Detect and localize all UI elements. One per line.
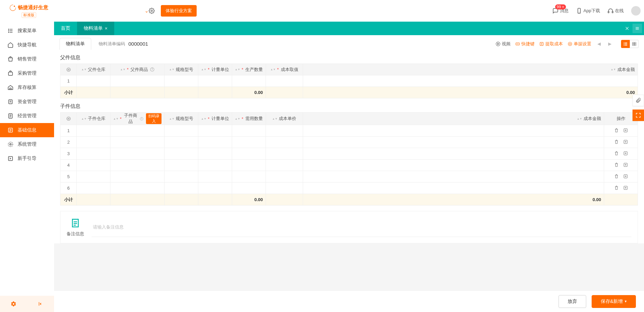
add-row-icon[interactable]: [623, 185, 628, 190]
child-row[interactable]: 1: [60, 125, 638, 137]
parent-col-unit[interactable]: ▲▼*计量单位: [198, 64, 232, 75]
fullscreen-button[interactable]: [633, 110, 644, 121]
app-download-label: App下载: [584, 8, 600, 14]
sidebar-item-system[interactable]: 系统管理: [0, 137, 54, 151]
parent-col-product[interactable]: ▲▼*父件商品: [110, 64, 165, 75]
org-settings-icon[interactable]: [149, 8, 155, 14]
info-icon: [140, 117, 144, 121]
sort-icon: ▲▼: [577, 118, 582, 120]
svg-point-60: [142, 118, 142, 118]
sidebar-item-purchase[interactable]: 采购管理: [0, 66, 54, 80]
tabbar-menu-icon[interactable]: [633, 24, 642, 33]
child-row[interactable]: 6: [60, 183, 638, 194]
delete-row-icon[interactable]: [614, 174, 619, 179]
guide-icon: [7, 155, 14, 162]
delete-row-icon[interactable]: [614, 162, 619, 167]
delete-row-icon[interactable]: [614, 185, 619, 190]
svg-rect-5: [612, 11, 613, 13]
svg-rect-45: [624, 45, 624, 45]
add-row-icon[interactable]: [623, 174, 628, 179]
add-row-icon[interactable]: [623, 139, 628, 144]
sidebar-item-search[interactable]: 搜索菜单: [0, 24, 54, 38]
shortcut-link[interactable]: 快捷键: [515, 41, 535, 47]
tab-home[interactable]: 首页: [54, 22, 77, 35]
parent-col-spec[interactable]: ▲▼规格型号: [165, 64, 198, 75]
child-col-op-label: 操作: [617, 116, 625, 122]
collapse-sidebar-icon[interactable]: [38, 301, 44, 307]
child-col-gear[interactable]: [60, 113, 77, 125]
sidebar-item-guide[interactable]: 新手引导: [0, 151, 54, 166]
parent-col-amount-label: 成本金额: [617, 67, 635, 73]
parent-row[interactable]: 1: [60, 75, 638, 87]
sort-icon: ▲▼: [169, 69, 175, 70]
delete-row-icon[interactable]: [614, 151, 619, 156]
sidebar-item-inventory[interactable]: 库存核算: [0, 80, 54, 95]
parent-col-qty[interactable]: ▲▼*生产数量: [232, 64, 266, 75]
scan-input-tag[interactable]: 扫码录入: [146, 113, 162, 124]
parent-col-amount[interactable]: ▲▼成本金额: [303, 64, 638, 75]
parent-table: ▲▼父件仓库 ▲▼*父件商品 ▲▼规格型号 ▲▼*计量单位 ▲▼*生产数量 ▲▼…: [60, 64, 638, 98]
child-row[interactable]: 5: [60, 171, 638, 183]
prev-doc-icon[interactable]: ◀: [596, 41, 602, 46]
add-row-icon[interactable]: [623, 151, 628, 156]
delete-row-icon[interactable]: [614, 139, 619, 144]
tab-bom-label: 物料清单: [84, 25, 103, 31]
add-row-icon[interactable]: [623, 162, 628, 167]
tabbar-close-all-icon[interactable]: [622, 24, 632, 33]
org-selector[interactable]: ⌄: [68, 8, 149, 14]
row-index: 4: [60, 160, 77, 171]
child-row[interactable]: 2: [60, 137, 638, 148]
child-col-product[interactable]: ▲▼*子件商品扫码录入: [110, 113, 165, 125]
remark-input[interactable]: [92, 217, 631, 237]
child-col-qty[interactable]: ▲▼*需用数量: [232, 113, 266, 125]
messages-link[interactable]: 99 + 消息: [552, 8, 569, 14]
child-col-unit[interactable]: ▲▼*计量单位: [198, 113, 232, 125]
child-col-amount[interactable]: ▲▼成本金额: [303, 113, 604, 125]
child-col-price-label: 成本单价: [279, 116, 296, 122]
child-col-spec[interactable]: ▲▼规格型号: [165, 113, 198, 125]
online-support-link[interactable]: 在线: [608, 8, 624, 14]
add-row-icon[interactable]: [623, 128, 628, 133]
sales-icon: [7, 56, 14, 62]
delete-row-icon[interactable]: [614, 128, 619, 133]
child-row[interactable]: 3: [60, 148, 638, 160]
view-form-button[interactable]: [621, 40, 630, 48]
app-download-link[interactable]: App下载: [576, 8, 600, 14]
sidebar-item-basic[interactable]: 基础信息: [0, 123, 54, 137]
tab-bom[interactable]: 物料清单 ×: [77, 22, 114, 35]
extract-cost-button[interactable]: 提取成本: [539, 41, 563, 47]
parent-section-title: 父件信息: [54, 50, 644, 64]
sidebar-item-quicknav[interactable]: 快捷导航: [0, 38, 54, 52]
discard-button[interactable]: 放弃: [559, 295, 586, 308]
doc-settings-link[interactable]: 单据设置: [568, 41, 591, 47]
doc-settings-label: 单据设置: [574, 41, 591, 47]
parent-col-gear[interactable]: [60, 64, 77, 75]
svg-point-25: [8, 142, 13, 147]
gear-icon: [66, 116, 71, 121]
child-col-qty-label: 需用数量: [245, 116, 263, 122]
sidebar-item-operation[interactable]: 经营管理: [0, 109, 54, 123]
child-col-warehouse[interactable]: ▲▼子件仓库: [77, 113, 110, 125]
sort-icon: ▲▼: [169, 118, 175, 120]
video-help-link[interactable]: 视频: [496, 41, 511, 47]
app-header: 畅捷通好生意 标准版 ⌄ 体验行业方案 99 + 消息 App下载 在线: [0, 0, 644, 22]
child-row[interactable]: 4: [60, 160, 638, 171]
settings-icon[interactable]: [10, 301, 17, 307]
gear-icon: [66, 67, 71, 72]
attachment-button[interactable]: [633, 95, 644, 106]
parent-subtotal-row: 小计 0.00 0.00: [60, 87, 638, 98]
sort-icon: ▲▼: [235, 69, 240, 70]
parent-col-warehouse[interactable]: ▲▼父件仓库: [77, 64, 110, 75]
tab-close-icon[interactable]: ×: [105, 26, 107, 31]
sidebar-item-sales[interactable]: 销售管理: [0, 52, 54, 66]
try-industry-button[interactable]: 体验行业方案: [161, 5, 197, 17]
user-avatar[interactable]: [631, 6, 641, 16]
sidebar-item-funds[interactable]: 资金管理: [0, 95, 54, 109]
parent-col-costbasis[interactable]: ▲▼*成本取值: [266, 64, 303, 75]
chevron-down-icon: ⌄: [145, 8, 149, 14]
save-and-new-button[interactable]: 保存&新增 ▾: [592, 295, 636, 308]
sidebar-footer: [0, 296, 54, 312]
next-doc-icon[interactable]: ▶: [607, 41, 613, 46]
view-list-button[interactable]: [630, 40, 639, 48]
child-col-price[interactable]: ▲▼成本单价: [266, 113, 303, 125]
